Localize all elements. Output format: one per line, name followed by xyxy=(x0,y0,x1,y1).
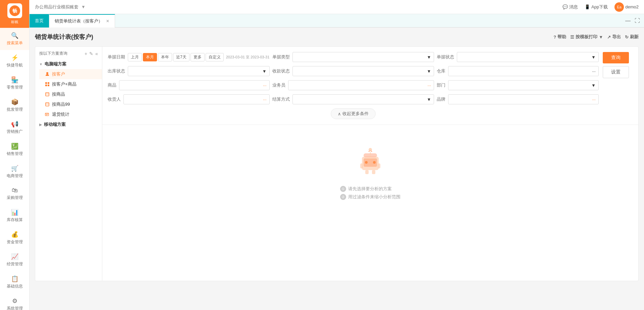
customer-icon xyxy=(45,71,50,77)
department-select[interactable]: ▼ xyxy=(448,80,599,90)
scheme-item-by-product[interactable]: 按商品 xyxy=(39,89,102,99)
filter-warehouse-item: 仓库 ··· xyxy=(437,66,599,76)
scheme-item-by-customer-label: 按客户 xyxy=(52,71,65,77)
svg-text:畅: 畅 xyxy=(12,8,17,13)
sidebar-item-retail[interactable]: 🏪 零售管理 xyxy=(0,72,29,94)
sidebar-item-ecommerce[interactable]: 🛒 电商管理 xyxy=(0,161,29,183)
purchase-icon: 🛍 xyxy=(12,187,18,194)
help-button[interactable]: ? 帮助 xyxy=(553,34,566,40)
sidebar-item-finance[interactable]: 💰 资金管理 xyxy=(0,227,29,249)
page-title: 销货单统计表(按客户) xyxy=(35,33,93,41)
scheme-group-desktop-header[interactable]: ▼ 电脑端方案 xyxy=(35,59,102,69)
sidebar-item-search[interactable]: 🔍 搜索菜单 xyxy=(0,28,29,50)
tab-sales-stats[interactable]: 销货单统计表（按客户） ✕ xyxy=(49,14,115,28)
chevron-down-icon: ▼ xyxy=(39,62,43,66)
sidebar-item-basic-info[interactable]: 📋 基础信息 xyxy=(0,271,29,293)
out-status-select[interactable]: ▼ xyxy=(128,66,270,76)
settle-method-select[interactable]: ▼ xyxy=(292,94,434,104)
sidebar-item-retail-label: 零售管理 xyxy=(7,85,23,90)
add-scheme-button[interactable]: + xyxy=(85,51,87,56)
collapse-button[interactable]: ∧ 收起更多条件 xyxy=(331,108,376,119)
main-area: 办公用品行业模拟账套 ▼ 💬 消息 📱 App下载 Ea demo2 首页 xyxy=(30,0,644,310)
empty-tip-2: ② 用过滤条件来缩小分析范围 xyxy=(340,194,400,200)
export-button[interactable]: ↗ 导出 xyxy=(607,34,621,40)
scheme-group-mobile-header[interactable]: ▶ 移动端方案 xyxy=(35,119,102,130)
basic-info-icon: 📋 xyxy=(11,275,18,282)
svg-rect-9 xyxy=(46,103,49,106)
left-panel-title: 按以下方案查询 xyxy=(39,51,67,56)
department-dropdown-icon: ▼ xyxy=(591,83,596,88)
salesperson-select[interactable]: ··· xyxy=(288,80,434,90)
scheme-item-by-product99[interactable]: 按商品99 xyxy=(39,99,102,109)
filter-product-item: 商品 ··· xyxy=(108,80,270,90)
sidebar-item-inventory[interactable]: 📊 库存核算 xyxy=(0,205,29,227)
tab-close-icon[interactable]: ✕ xyxy=(106,19,109,23)
empty-state: ① 请先选择要分析的方案 ② 用过滤条件来缩小分析范围 xyxy=(102,125,638,222)
query-button[interactable]: 查询 xyxy=(603,52,629,63)
receive-status-select[interactable]: ▼ xyxy=(292,66,434,76)
sidebar-item-operations[interactable]: 📈 经营管理 xyxy=(0,249,29,271)
edit-scheme-button[interactable]: ✎ xyxy=(89,51,93,56)
header-dropdown-icon[interactable]: ▼ xyxy=(81,4,86,9)
tab-sales-stats-label: 销货单统计表（按客户） xyxy=(55,18,103,24)
app-download-button[interactable]: 📱 App下载 xyxy=(585,4,608,10)
filter-wrapper: 单据日期 上月 本月 本年 近7天 更多 自定义 2023-03-01 至 20… xyxy=(108,52,633,119)
tip-num-2: ② xyxy=(340,194,346,200)
filter-section: 单据日期 上月 本月 本年 近7天 更多 自定义 2023-03-01 至 20… xyxy=(102,47,638,125)
scheme-item-return-stats[interactable]: 退货统计 xyxy=(39,109,102,119)
tab-minimize-button[interactable]: — xyxy=(625,18,631,24)
bill-type-select[interactable]: ▼ xyxy=(292,52,434,62)
sidebar-item-system[interactable]: ⚙ 系统管理 xyxy=(0,293,29,310)
consignee-select[interactable]: ··· xyxy=(123,94,270,104)
sidebar-item-marketing[interactable]: 📢 营销推广 xyxy=(0,116,29,139)
sidebar-item-system-label: 系统管理 xyxy=(7,306,23,310)
tab-home[interactable]: 首页 xyxy=(30,14,49,28)
scheme-item-by-customer-product[interactable]: 按客户+商品 xyxy=(39,79,102,89)
receive-status-dropdown-icon: ▼ xyxy=(427,69,431,74)
date-this-year-btn[interactable]: 本年 xyxy=(158,53,172,61)
brand-select[interactable]: ··· xyxy=(448,94,599,104)
date-label: 单据日期 xyxy=(108,54,125,60)
date-last-7-btn[interactable]: 近7天 xyxy=(173,53,190,61)
user-info[interactable]: Ea demo2 xyxy=(614,2,639,12)
date-last-month-btn[interactable]: 上月 xyxy=(128,53,142,61)
svg-point-17 xyxy=(365,161,368,164)
content-area: 按以下方案查询 + ✎ « ▼ 电脑端方案 xyxy=(35,46,639,281)
bill-status-select[interactable]: ▼ xyxy=(457,52,599,62)
empty-illustration xyxy=(354,145,387,178)
svg-rect-22 xyxy=(372,170,375,174)
settle-method-label: 结算方式 xyxy=(272,96,290,102)
date-this-month-btn[interactable]: 本月 xyxy=(143,53,157,61)
tip-num-1: ① xyxy=(340,186,346,192)
svg-rect-21 xyxy=(365,170,369,174)
logo-text: 标账 xyxy=(11,19,18,24)
header-left: 办公用品行业模拟账套 ▼ xyxy=(35,4,86,10)
header-right: 💬 消息 📱 App下载 Ea demo2 xyxy=(562,2,639,12)
collapse-panel-button[interactable]: « xyxy=(95,51,98,56)
svg-rect-5 xyxy=(45,85,47,86)
warehouse-select[interactable]: ··· xyxy=(448,66,599,76)
filter-bill-type-item: 单据类型 ▼ xyxy=(272,52,434,62)
tab-bar: 首页 销货单统计表（按客户） ✕ — ⛶ xyxy=(30,14,644,28)
sidebar-item-sales-mgmt[interactable]: 💹 销售管理 xyxy=(0,139,29,161)
setting-button[interactable]: 设置 xyxy=(603,66,629,78)
tab-maximize-button[interactable]: ⛶ xyxy=(635,18,640,24)
finance-icon: 💰 xyxy=(11,231,18,238)
collapse-chevron-icon: ∧ xyxy=(338,111,341,116)
sidebar-item-quick-nav[interactable]: ⚡ 快捷导航 xyxy=(0,50,29,72)
date-custom-btn[interactable]: 自定义 xyxy=(206,53,224,61)
print-button[interactable]: ☰ 按模板打印 ▼ xyxy=(570,34,603,40)
date-more-btn[interactable]: 更多 xyxy=(191,53,205,61)
svg-rect-3 xyxy=(45,82,47,84)
sidebar-item-wholesale[interactable]: 📦 批发管理 xyxy=(0,94,29,116)
logo-area[interactable]: 畅 标账 xyxy=(0,0,29,28)
message-button[interactable]: 💬 消息 xyxy=(562,4,578,10)
sidebar-item-purchase[interactable]: 🛍 采购管理 xyxy=(0,183,29,205)
refresh-button[interactable]: ↻ 刷新 xyxy=(625,34,639,40)
product-select[interactable]: ··· xyxy=(119,80,270,90)
filter-row-1: 单据日期 上月 本月 本年 近7天 更多 自定义 2023-03-01 至 20… xyxy=(108,52,599,62)
quick-nav-icon: ⚡ xyxy=(11,54,18,61)
sidebar-item-purchase-label: 采购管理 xyxy=(7,195,23,201)
scheme-item-by-customer[interactable]: 按客户 xyxy=(39,69,102,79)
retail-icon: 🏪 xyxy=(11,76,18,84)
